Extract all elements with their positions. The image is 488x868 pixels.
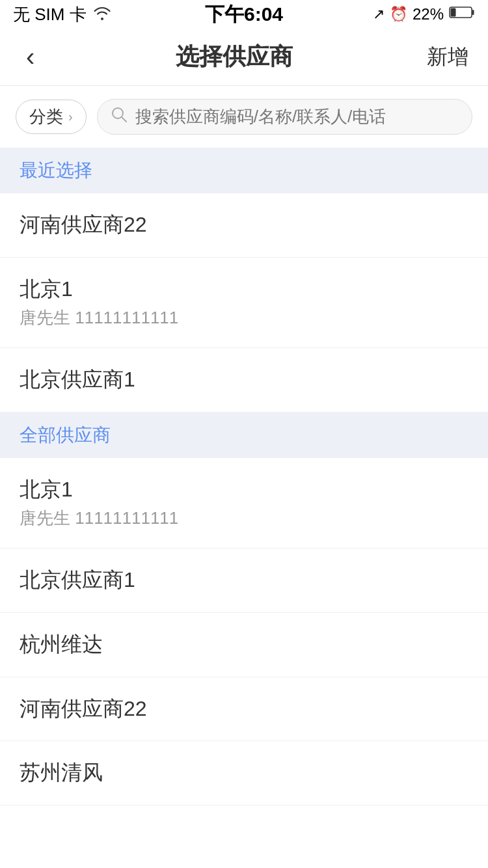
recent-items-list: 河南供应商22北京1唐先生 11111111111北京供应商1 <box>0 193 488 413</box>
all-list-item[interactable]: 河南供应商22 <box>0 677 488 742</box>
search-icon <box>111 106 128 128</box>
location-icon: ↗ <box>373 6 385 23</box>
all-list-item[interactable]: 苏州清风 <box>0 741 488 806</box>
recent-list-item[interactable]: 北京1唐先生 11111111111 <box>0 258 488 349</box>
item-name: 河南供应商22 <box>20 696 468 723</box>
item-name: 北京1 <box>20 276 468 303</box>
svg-line-4 <box>122 117 126 122</box>
recent-list-item[interactable]: 河南供应商22 <box>0 193 488 258</box>
page-title: 选择供应商 <box>176 41 293 73</box>
item-sub: 唐先生 11111111111 <box>20 306 468 329</box>
all-section-label: 全部供应商 <box>20 425 111 445</box>
category-label: 分类 <box>29 105 63 128</box>
status-left: 无 SIM 卡 <box>13 3 111 26</box>
item-name: 河南供应商22 <box>20 211 468 239</box>
add-button[interactable]: 新增 <box>427 43 468 72</box>
battery-label: 22% <box>413 5 444 23</box>
recent-section-header: 最近选择 <box>0 148 488 193</box>
category-filter[interactable]: 分类 › <box>16 100 87 134</box>
item-name: 北京供应商1 <box>20 366 468 394</box>
all-list-item[interactable]: 北京1唐先生 11111111111 <box>0 458 488 549</box>
search-input[interactable] <box>135 107 459 127</box>
all-items-list: 北京1唐先生 11111111111北京供应商1杭州维达河南供应商22苏州清风 <box>0 458 488 806</box>
item-name: 杭州维达 <box>20 631 468 658</box>
filter-bar: 分类 › <box>0 86 488 148</box>
status-bar: 无 SIM 卡 下午6:04 ↗ ⏰ 22% <box>0 0 488 29</box>
recent-section-label: 最近选择 <box>20 160 92 180</box>
battery-icon <box>449 5 475 23</box>
all-section-header: 全部供应商 <box>0 413 488 458</box>
wifi-icon <box>93 5 111 25</box>
svg-rect-1 <box>472 10 474 15</box>
all-list-item[interactable]: 杭州维达 <box>0 613 488 677</box>
svg-rect-2 <box>451 8 456 17</box>
item-name: 北京供应商1 <box>20 567 468 594</box>
alarm-icon: ⏰ <box>390 6 407 23</box>
carrier-label: 无 SIM 卡 <box>13 3 87 26</box>
nav-bar: ‹ 选择供应商 新增 <box>0 29 488 86</box>
status-right: ↗ ⏰ 22% <box>373 5 475 23</box>
item-sub: 唐先生 11111111111 <box>20 507 468 530</box>
item-name: 北京1 <box>20 476 468 504</box>
back-button[interactable]: ‹ <box>20 36 41 78</box>
all-list-item[interactable]: 北京供应商1 <box>0 549 488 613</box>
status-time: 下午6:04 <box>205 1 283 28</box>
search-bar <box>97 99 472 135</box>
item-name: 苏州清风 <box>20 759 468 787</box>
chevron-icon: › <box>68 109 73 124</box>
recent-list-item[interactable]: 北京供应商1 <box>0 348 488 413</box>
